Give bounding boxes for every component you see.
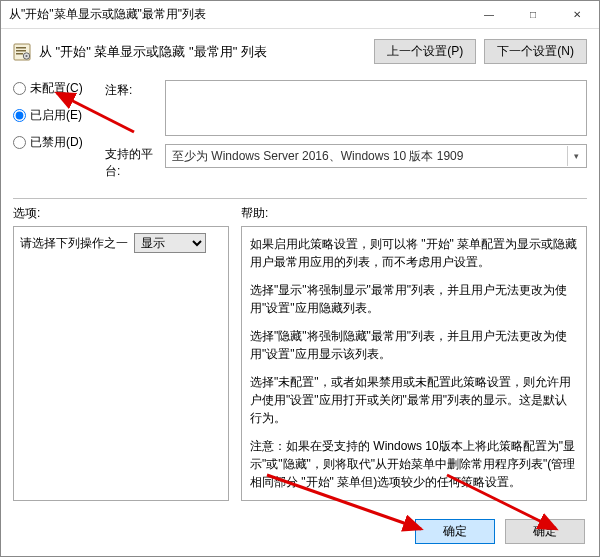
prev-setting-button[interactable]: 上一个设置(P) (374, 39, 476, 64)
svg-rect-2 (16, 50, 26, 52)
platform-label: 支持的平台: (105, 144, 165, 180)
help-paragraph: 如果启用此策略设置，则可以将 "开始" 菜单配置为显示或隐藏用户最常用应用的列表… (250, 235, 578, 271)
svg-point-5 (25, 54, 27, 56)
comment-label: 注释: (105, 80, 165, 136)
ok-button[interactable]: 确定 (415, 519, 495, 544)
help-paragraph: 选择"未配置"，或者如果禁用或未配置此策略设置，则允许用户使用"设置"应用打开或… (250, 373, 578, 427)
window-title: 从"开始"菜单显示或隐藏"最常用"列表 (9, 6, 206, 23)
help-title: 帮助: (241, 205, 587, 222)
radio-disabled-label: 已禁用(D) (30, 134, 83, 151)
radio-enabled-label: 已启用(E) (30, 107, 82, 124)
help-panel: 如果启用此策略设置，则可以将 "开始" 菜单配置为显示或隐藏用户最常用应用的列表… (241, 226, 587, 501)
radio-not-configured-input[interactable] (13, 82, 26, 95)
help-paragraph: 选择"显示"将强制显示"最常用"列表，并且用户无法更改为使用"设置"应用隐藏列表… (250, 281, 578, 317)
platform-value: 至少为 Windows Server 2016、Windows 10 版本 19… (172, 149, 463, 163)
chevron-updown-icon: ▾ (574, 147, 579, 165)
options-panel: 请选择下列操作之一 显示 (13, 226, 229, 501)
ok-button-2[interactable]: 确定 (505, 519, 585, 544)
titlebar: 从"开始"菜单显示或隐藏"最常用"列表 — □ ✕ (1, 1, 599, 29)
comment-input[interactable] (165, 80, 587, 136)
close-button[interactable]: ✕ (555, 1, 599, 29)
policy-icon (13, 43, 31, 61)
supported-platforms-box: 至少为 Windows Server 2016、Windows 10 版本 19… (165, 144, 587, 168)
radio-disabled-input[interactable] (13, 136, 26, 149)
radio-enabled[interactable]: 已启用(E) (13, 107, 105, 124)
next-setting-button[interactable]: 下一个设置(N) (484, 39, 587, 64)
page-title: 从 "开始" 菜单显示或隐藏 "最常用" 列表 (39, 43, 364, 61)
options-row-label: 请选择下列操作之一 (20, 235, 128, 252)
svg-rect-1 (16, 47, 26, 49)
platform-expand-button[interactable]: ▾ (567, 146, 585, 166)
radio-not-configured[interactable]: 未配置(C) (13, 80, 105, 97)
svg-rect-3 (16, 53, 23, 55)
action-select[interactable]: 显示 (134, 233, 206, 253)
minimize-button[interactable]: — (467, 1, 511, 29)
help-paragraph: 选择"隐藏"将强制隐藏"最常用"列表，并且用户无法更改为使用"设置"应用显示该列… (250, 327, 578, 363)
maximize-button[interactable]: □ (511, 1, 555, 29)
help-paragraph: 注意：如果在受支持的 Windows 10版本上将此策略配置为"显示"或"隐藏"… (250, 437, 578, 491)
radio-disabled[interactable]: 已禁用(D) (13, 134, 105, 151)
options-title: 选项: (13, 205, 229, 222)
radio-not-configured-label: 未配置(C) (30, 80, 83, 97)
radio-enabled-input[interactable] (13, 109, 26, 122)
divider (13, 198, 587, 199)
